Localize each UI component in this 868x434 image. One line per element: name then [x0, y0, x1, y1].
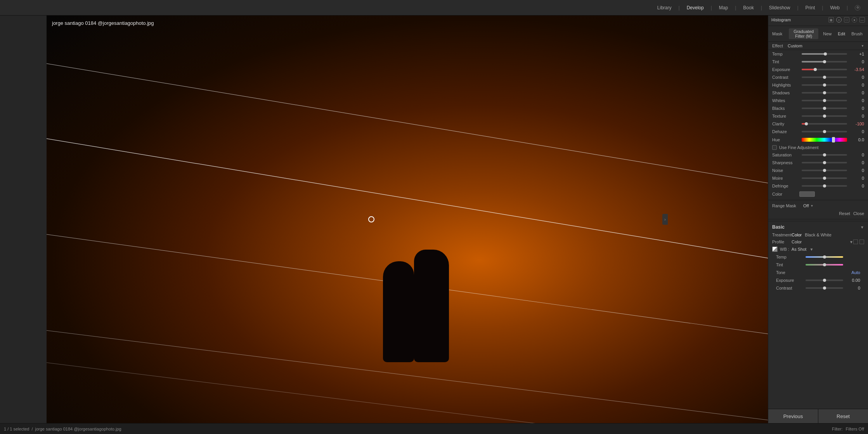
- dehaze-row: Dehaze 0: [768, 128, 868, 135]
- tint-slider[interactable]: [802, 61, 847, 62]
- color-swatch[interactable]: [799, 191, 815, 197]
- nav-develop[interactable]: Develop: [687, 5, 704, 10]
- graduated-filter-control-point[interactable]: [368, 216, 374, 222]
- filter-reset-button[interactable]: Reset: [839, 211, 850, 216]
- filter-close-button[interactable]: Close: [853, 211, 864, 216]
- circle-icon[interactable]: ○: [836, 17, 842, 23]
- highlights-value: 0: [849, 83, 864, 87]
- reset-button[interactable]: Reset: [818, 409, 868, 423]
- clarity-value: -100: [849, 122, 864, 126]
- nav-map[interactable]: Map: [719, 5, 728, 10]
- contrast-label: Contrast: [772, 75, 799, 80]
- basic-exposure-slider[interactable]: [806, 279, 843, 281]
- tint-value: 0: [849, 59, 864, 64]
- profile-label: Profile: [772, 240, 792, 244]
- nav-slideshow[interactable]: Slideshow: [769, 5, 790, 10]
- hue-slider[interactable]: [802, 138, 847, 142]
- wb-value[interactable]: As Shot: [792, 247, 807, 252]
- person-left-silhouette: [383, 261, 414, 362]
- basic-header[interactable]: Basic ▼: [772, 223, 864, 231]
- moire-slider[interactable]: [802, 177, 847, 179]
- nav-items: Library | Develop | Map | Book | Slidesh…: [657, 5, 860, 10]
- highlights-slider[interactable]: [802, 84, 847, 86]
- whites-slider[interactable]: [802, 100, 847, 101]
- status-bar: 1 / 1 selected / jorge santiago 0184 @jo…: [0, 423, 868, 434]
- nav-web[interactable]: Web: [830, 5, 839, 10]
- profile-grid-icon[interactable]: [853, 240, 858, 244]
- defringe-value: 0: [849, 184, 864, 188]
- image-area[interactable]: jorge santiago 0184 @jorgesantiagophoto.…: [47, 16, 768, 423]
- sharpness-slider[interactable]: [802, 162, 847, 163]
- contrast-slider[interactable]: [802, 76, 847, 78]
- basic-exposure-value: 0.00: [845, 278, 860, 283]
- dot-icon[interactable]: ●: [852, 17, 857, 23]
- tone-auto-button[interactable]: Auto: [845, 270, 860, 275]
- highlights-label: Highlights: [772, 83, 799, 87]
- line-icon[interactable]: —: [859, 17, 865, 23]
- noise-label: Noise: [772, 168, 799, 173]
- temp-slider[interactable]: [802, 53, 847, 55]
- basic-tint-row: Tint: [772, 261, 864, 269]
- square-icon[interactable]: □: [844, 17, 849, 23]
- basic-temp-slider[interactable]: [806, 256, 843, 258]
- grid-icon[interactable]: ▦: [828, 17, 834, 23]
- nav-library[interactable]: Library: [657, 5, 672, 10]
- hue-row: Hue 0.0: [768, 135, 868, 144]
- histogram-section: Histogram ▦ ○ □ ● —: [768, 16, 868, 26]
- tone-row: Tone Auto: [772, 269, 864, 276]
- mask-edit-button[interactable]: Edit: [836, 31, 847, 37]
- texture-row: Texture 0: [768, 112, 868, 120]
- nav-settings-icon[interactable]: ⚙: [855, 5, 860, 10]
- treatment-color[interactable]: Color: [792, 233, 802, 237]
- shadows-row: Shadows 0: [768, 89, 868, 97]
- profile-list-icon[interactable]: [859, 240, 864, 244]
- histogram-header: Histogram ▦ ○ □ ● —: [771, 17, 865, 23]
- basic-contrast-slider[interactable]: [806, 287, 843, 289]
- contrast-row: Contrast 0: [768, 73, 868, 81]
- eyedropper-icon[interactable]: [772, 247, 778, 252]
- nav-print[interactable]: Print: [806, 5, 815, 10]
- profile-value[interactable]: Color: [792, 240, 849, 244]
- basic-tint-slider[interactable]: [806, 264, 843, 266]
- blacks-slider[interactable]: [802, 108, 847, 109]
- mask-section: Mask Graduated Filter (M) New Edit Brush: [768, 26, 868, 42]
- fine-adjustment-checkbox[interactable]: [772, 145, 777, 150]
- mask-brush-button[interactable]: Brush: [850, 31, 864, 37]
- noise-slider[interactable]: [802, 170, 847, 171]
- dehaze-slider[interactable]: [802, 131, 847, 132]
- defringe-slider[interactable]: [802, 185, 847, 187]
- fine-adjustment-label: Use Fine Adjustment: [779, 145, 819, 150]
- mask-row: Mask Graduated Filter (M) New Edit Brush: [772, 28, 864, 39]
- main-content: jorge santiago 0184 @jorgesantiagophoto.…: [0, 16, 868, 423]
- shadows-slider[interactable]: [802, 92, 847, 94]
- profile-row: Profile Color ▼: [772, 238, 864, 245]
- filter-status-value[interactable]: Filters Off: [846, 427, 864, 431]
- exposure-slider[interactable]: [802, 69, 847, 70]
- adjustments-panel: Temp +1 Tint 0 Exposure: [768, 50, 868, 409]
- status-count: 1 / 1 selected: [4, 427, 29, 431]
- range-mask-label: Range Mask: [772, 203, 803, 208]
- image-title: jorge santiago 0184 @jorgesantiagophoto.…: [52, 20, 154, 26]
- svg-line-0: [47, 59, 768, 187]
- basic-temp-row: Temp: [772, 253, 864, 261]
- noise-row: Noise 0: [768, 167, 868, 174]
- whites-label: Whites: [772, 98, 799, 103]
- panel-expand-arrow[interactable]: ›: [662, 214, 668, 225]
- wb-dropdown-arrow: ▼: [809, 247, 813, 252]
- tone-label: Tone: [776, 270, 803, 275]
- range-mask-value[interactable]: Off: [803, 203, 809, 208]
- saturation-slider[interactable]: [802, 154, 847, 156]
- effect-select[interactable]: Custom ▼: [788, 43, 864, 48]
- treatment-bw[interactable]: Black & White: [805, 233, 831, 237]
- texture-slider[interactable]: [802, 115, 847, 117]
- basic-contrast-value: 0: [845, 286, 860, 290]
- temp-value: +1: [849, 52, 864, 56]
- left-panel: [0, 16, 47, 423]
- mask-label: Mask: [772, 31, 786, 36]
- mask-new-button[interactable]: New: [821, 31, 833, 37]
- nav-book[interactable]: Book: [743, 5, 754, 10]
- previous-button[interactable]: Previous: [768, 409, 818, 423]
- clarity-slider[interactable]: [802, 123, 847, 125]
- sharpness-label: Sharpness: [772, 160, 799, 165]
- mask-active-label: Graduated Filter (M): [789, 28, 818, 39]
